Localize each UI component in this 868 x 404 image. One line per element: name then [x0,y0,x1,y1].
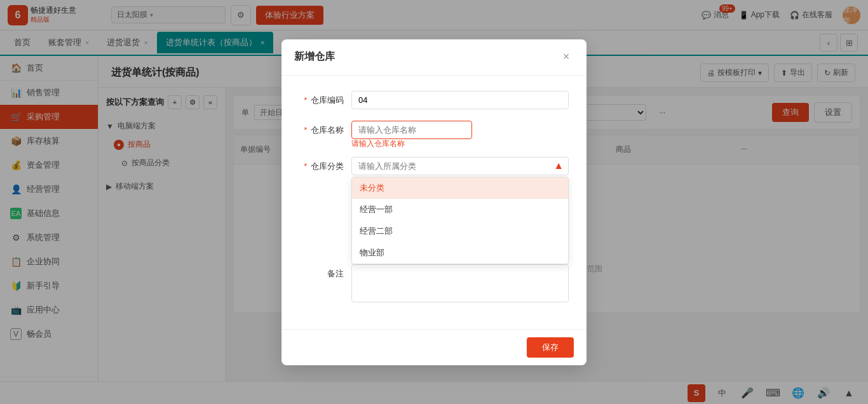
form-row-note: 备注 [299,264,569,302]
dropdown-item-dept2[interactable]: 经营二部 [352,220,568,242]
category-dropdown: 未分类 经营一部 经营二部 物业部 [351,177,569,264]
required-star-name: * [304,125,307,135]
category-field-wrapper: ▲ 未分类 经营一部 经营二部 物业部 [351,157,569,175]
form-row-name: * 仓库名称 请输入仓库名称 [299,121,569,139]
dropdown-item-dept1[interactable]: 经营一部 [352,199,568,220]
name-error-message: 请输入仓库名称 [351,138,405,149]
form-row-category: * 仓库分类 ▲ 未分类 经营一部 经营二部 物业部 [299,157,569,175]
modal-body: * 仓库编码 * 仓库名称 请输入仓库名称 * [281,76,587,329]
modal-close-button[interactable]: × [559,50,574,65]
form-row-code: * 仓库编码 [299,91,569,109]
category-input[interactable] [351,157,569,175]
modal-footer: 保存 [281,329,587,365]
modal-header: 新增仓库 × [281,39,587,76]
code-input[interactable] [351,91,569,109]
dropdown-item-property[interactable]: 物业部 [352,242,568,264]
modal-overlay: 新增仓库 × * 仓库编码 * 仓库名称 请输入仓库名称 [0,0,868,404]
note-input[interactable] [351,264,569,302]
category-label: * 仓库分类 [299,157,344,172]
modal-title: 新增仓库 [294,50,335,64]
save-button[interactable]: 保存 [527,337,574,358]
category-toggle-icon[interactable]: ▲ [553,160,564,172]
name-label: * 仓库名称 [299,121,344,136]
add-warehouse-modal: 新增仓库 × * 仓库编码 * 仓库名称 请输入仓库名称 [281,39,587,365]
note-label: 备注 [299,264,344,279]
code-label: * 仓库编码 [299,91,344,106]
dropdown-item-unclassified[interactable]: 未分类 [352,177,568,199]
required-star: * [304,95,307,105]
name-input[interactable] [351,121,472,139]
required-star-cat: * [304,161,307,171]
